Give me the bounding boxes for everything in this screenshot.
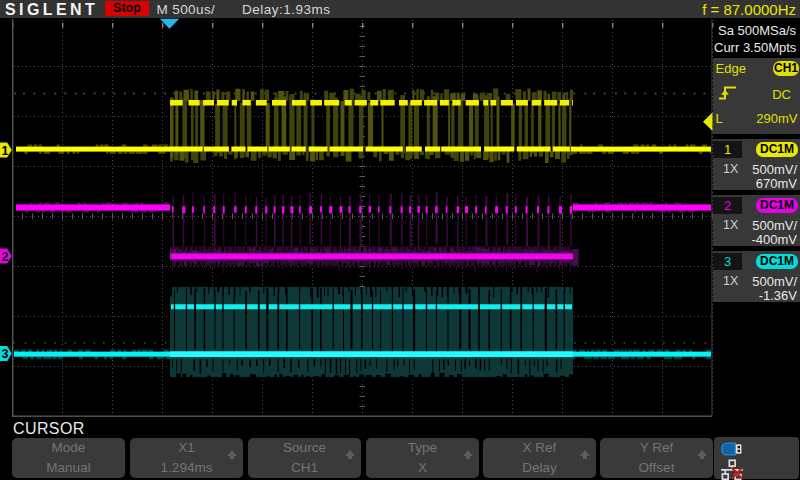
svg-text:1: 1 <box>2 144 9 158</box>
svg-text:3: 3 <box>2 347 9 361</box>
svg-text:2: 2 <box>2 250 9 264</box>
